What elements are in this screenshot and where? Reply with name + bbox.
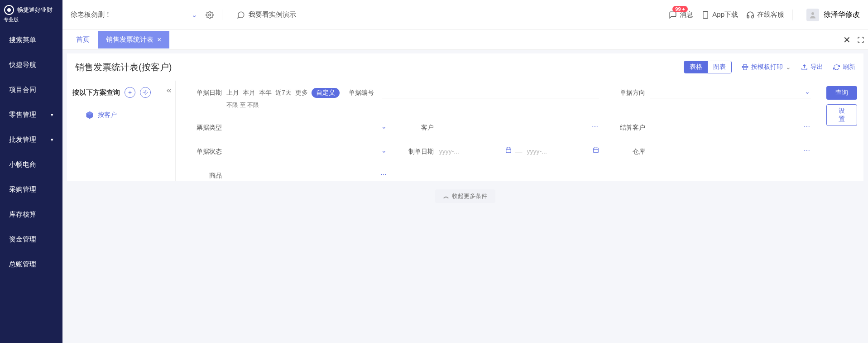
- scheme-settings-button[interactable]: [140, 87, 151, 98]
- refresh-icon: [833, 64, 840, 71]
- user-menu[interactable]: 徐泽华修改: [806, 9, 860, 21]
- tab-home[interactable]: 首页: [68, 31, 98, 48]
- export-button[interactable]: 导出: [801, 63, 823, 71]
- date-opt-last-month[interactable]: 上月: [226, 89, 239, 97]
- phone-icon: [701, 11, 710, 19]
- query-button[interactable]: 查询: [826, 86, 857, 100]
- print-icon: [742, 64, 748, 71]
- chevron-down-icon: ▾: [51, 112, 53, 118]
- product-label: 商品: [189, 170, 222, 180]
- sidebar-item-purchase[interactable]: 采购管理: [0, 177, 62, 202]
- fullscreen-icon[interactable]: [857, 36, 864, 43]
- page-title: 销售发票统计表(按客户): [75, 61, 172, 73]
- range-dash: —: [515, 148, 523, 156]
- avatar-icon: [806, 9, 819, 21]
- svg-point-5: [811, 12, 814, 15]
- cube-icon: [85, 111, 94, 120]
- product-input[interactable]: [226, 170, 388, 181]
- direction-select[interactable]: [650, 87, 811, 98]
- messages-button[interactable]: 99 + 消息: [669, 10, 693, 19]
- sidebar: 畅捷通好业财 专业版 搜索菜单 快捷导航 项目合同 零售管理▾ 批发管理▾ 小畅…: [0, 0, 62, 343]
- date-opt-7days[interactable]: 近7天: [275, 89, 292, 97]
- calendar-icon[interactable]: [593, 147, 599, 153]
- chat-icon: [237, 11, 245, 19]
- chevron-down-icon[interactable]: ⌄: [805, 88, 810, 95]
- messages-badge: 99 +: [672, 6, 688, 12]
- support-button[interactable]: 在线客服: [746, 10, 784, 19]
- export-icon: [801, 64, 808, 71]
- status-select[interactable]: [226, 146, 388, 157]
- add-scheme-button[interactable]: +: [125, 87, 135, 98]
- sidebar-item-ledger[interactable]: 总账管理: [0, 252, 62, 277]
- collapse-bar: ︽ 收起更多条件: [67, 189, 863, 203]
- date-opt-more[interactable]: 更多: [295, 89, 308, 97]
- sidebar-item-wholesale[interactable]: 批发管理▾: [0, 127, 62, 152]
- create-date-to[interactable]: [526, 146, 599, 157]
- topbar: 徐老板勿删！ ⌄ 我要看实例演示 99 + 消息 App下载 在线客服: [62, 0, 868, 30]
- svg-rect-12: [594, 148, 599, 153]
- svg-point-2: [209, 14, 211, 16]
- app-download-button[interactable]: App下载: [701, 10, 738, 19]
- brand-edition: 专业版: [4, 16, 19, 23]
- close-all-tabs-icon[interactable]: ✕: [843, 34, 851, 45]
- chevron-up-icon: ︽: [443, 192, 449, 200]
- collapse-conditions-button[interactable]: ︽ 收起更多条件: [435, 189, 495, 203]
- print-button[interactable]: 按模板打印 ⌄: [742, 63, 791, 71]
- brand-name: 畅捷通好业财: [17, 6, 53, 14]
- settle-customer-input[interactable]: [650, 122, 811, 133]
- sidebar-item-project-contract[interactable]: 项目合同: [0, 77, 62, 102]
- refresh-button[interactable]: 刷新: [833, 63, 855, 71]
- more-icon[interactable]: ⋯: [804, 123, 810, 130]
- more-icon[interactable]: ⋯: [592, 123, 598, 130]
- settle-customer-label: 结算客户: [613, 122, 645, 132]
- chevron-down-icon[interactable]: ⌄: [381, 147, 387, 154]
- create-date-from[interactable]: [438, 146, 512, 157]
- tab-sales-invoice-stats[interactable]: 销售发票统计表 ×: [98, 31, 169, 48]
- close-icon[interactable]: ×: [157, 36, 161, 44]
- sidebar-item-quick-nav[interactable]: 快捷导航: [0, 53, 62, 77]
- brand-block: 畅捷通好业财 专业版: [0, 0, 62, 28]
- svg-rect-8: [506, 148, 511, 153]
- doc-no-input[interactable]: [382, 87, 599, 98]
- customer-label: 客户: [401, 122, 434, 132]
- more-icon[interactable]: ⋯: [380, 171, 387, 178]
- date-opt-this-year[interactable]: 本年: [259, 89, 272, 97]
- chevron-down-icon: ⌄: [786, 63, 791, 71]
- warehouse-input[interactable]: [650, 146, 811, 157]
- svg-rect-6: [743, 68, 747, 70]
- filter-panel: 单据日期 上月 本月 本年 近7天 更多 自定义 单据编号: [176, 81, 820, 181]
- bill-type-select[interactable]: [226, 122, 388, 133]
- date-opt-this-month[interactable]: 本月: [243, 89, 255, 97]
- gear-icon[interactable]: [206, 11, 214, 19]
- doc-date-label: 单据日期: [189, 87, 222, 97]
- demo-link[interactable]: 我要看实例演示: [237, 10, 296, 19]
- sidebar-item-retail[interactable]: 零售管理▾: [0, 102, 62, 127]
- doc-date-options: 上月 本月 本年 近7天 更多 自定义 单据编号: [226, 87, 599, 98]
- chevron-down-icon[interactable]: ⌄: [381, 123, 387, 130]
- collapse-panel-icon[interactable]: [165, 87, 173, 94]
- customer-input[interactable]: [438, 122, 599, 133]
- view-toggle: 表格 图表: [684, 61, 732, 73]
- scheme-item-by-customer[interactable]: 按客户: [85, 111, 170, 120]
- page-header: 销售发票统计表(按客户) 表格 图表 按模板打印 ⌄ 导出 刷新: [67, 53, 863, 81]
- warehouse-label: 仓库: [613, 146, 645, 156]
- sidebar-item-funds[interactable]: 资金管理: [0, 227, 62, 252]
- settings-button[interactable]: 设置: [826, 104, 857, 126]
- doc-date-range-text: 不限 至 不限: [226, 101, 599, 109]
- view-chart-button[interactable]: 图表: [708, 61, 731, 73]
- headset-icon: [746, 11, 754, 19]
- company-selector[interactable]: 徐老板勿删！ ⌄: [71, 10, 197, 19]
- view-table-button[interactable]: 表格: [684, 61, 708, 73]
- date-opt-custom[interactable]: 自定义: [312, 88, 340, 98]
- chevron-down-icon: ▾: [51, 137, 53, 143]
- sidebar-item-ecommerce[interactable]: 小畅电商: [0, 152, 62, 177]
- calendar-icon[interactable]: [505, 147, 512, 153]
- sidebar-item-inventory[interactable]: 库存核算: [0, 202, 62, 227]
- sidebar-item-search-menu[interactable]: 搜索菜单: [0, 28, 62, 53]
- scheme-title: 按以下方案查询: [72, 88, 120, 97]
- scheme-panel: 按以下方案查询 + 按客户: [67, 81, 176, 181]
- more-icon[interactable]: ⋯: [804, 147, 810, 154]
- company-name: 徐老板勿删！: [71, 10, 111, 19]
- svg-rect-3: [703, 11, 708, 18]
- svg-point-1: [7, 8, 11, 12]
